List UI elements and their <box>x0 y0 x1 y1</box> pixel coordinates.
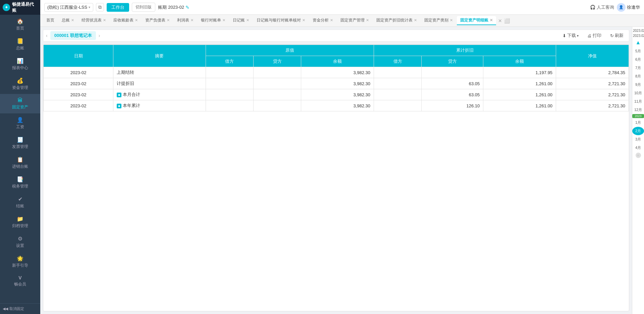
tab-ledger-close[interactable]: ✕ <box>71 18 74 22</box>
cell-orig-balance: 3,982.30 <box>301 78 374 89</box>
tab-fixed-category-close[interactable]: ✕ <box>450 18 453 22</box>
tab-journal-label: 日记账 <box>233 17 245 23</box>
tab-journal[interactable]: 日记账 ✕ <box>229 16 253 25</box>
row-tag: ■ <box>117 93 121 97</box>
sidebar-item-archive[interactable]: 📁 归档管理 <box>0 212 40 232</box>
sidebar-item-label: 税务管理 <box>12 184 28 189</box>
tab-reconcile-close[interactable]: ✕ <box>302 18 305 22</box>
cal-month-11[interactable]: 11月 <box>632 97 644 106</box>
tab-home-label: 首页 <box>46 17 54 23</box>
tab-fixed-mgmt[interactable]: 固定资产管理 ✕ <box>337 16 372 25</box>
archive-icon: 📁 <box>17 216 23 222</box>
cal-top-date-1: 2023.02 <box>632 28 644 33</box>
calendar-icon[interactable]: ✎ <box>185 5 190 10</box>
tab-bank[interactable]: 银行对账单 ✕ <box>198 16 229 25</box>
sidebar-item-sales[interactable]: 📋 进销台账 <box>0 153 40 173</box>
cal-month-7[interactable]: 7月 <box>632 64 644 72</box>
user-menu[interactable]: 👤 徐逢华 <box>617 3 640 12</box>
sidebar-item-label: 结账 <box>16 203 24 209</box>
cell-orig-credit <box>253 100 301 111</box>
tab-business-close[interactable]: ✕ <box>103 18 106 22</box>
headset-icon: 🎧 <box>590 5 595 10</box>
sidebar-item-report[interactable]: 📊 报表中心 <box>0 54 40 74</box>
cal-month-10[interactable]: 10月 <box>632 89 644 97</box>
cal-top-date-2: 2023.02 <box>632 33 644 38</box>
sidebar-logo-text: 畅捷通易代账 <box>12 1 38 13</box>
cal-month-2[interactable]: 2月 <box>632 127 644 135</box>
tab-fund-analysis-close[interactable]: ✕ <box>330 18 333 22</box>
tab-fixed-mgmt-close[interactable]: ✕ <box>366 18 369 22</box>
refresh-button[interactable]: ↻ 刷新 <box>607 32 626 40</box>
cell-orig-debit <box>206 100 253 111</box>
tab-fixed-depreciation-close[interactable]: ✕ <box>414 18 417 22</box>
tab-profit[interactable]: 利润表 ✕ <box>174 16 197 25</box>
sidebar-item-tax[interactable]: 📑 税务管理 <box>0 173 40 193</box>
tab-fixed-depreciation[interactable]: 固定资产折旧统计表 ✕ <box>373 16 420 25</box>
tab-reconcile[interactable]: 日记账与银行对账单核对 ✕ <box>253 16 309 25</box>
sidebar-item-member[interactable]: V 畅会员 <box>0 272 40 291</box>
sidebar-pin-toggle[interactable]: ◀◀ 取消固定 <box>0 303 40 314</box>
tab-assets[interactable]: 资产负债表 ✕ <box>142 16 173 25</box>
tab-bar-maximize[interactable]: ⬜ <box>504 18 510 23</box>
cal-month-6[interactable]: 6月 <box>632 55 644 64</box>
cal-up-button[interactable]: ▲ <box>634 38 642 47</box>
tab-fixed-category[interactable]: 固定资产类别 ✕ <box>421 16 456 25</box>
period-text: 账期 <box>158 4 167 10</box>
cell-date: 2023-02 <box>44 67 113 78</box>
cell-acc-debit <box>374 67 422 78</box>
cal-month-9[interactable]: 9月 <box>632 81 644 89</box>
cell-orig-balance: 3,982.30 <box>301 100 374 111</box>
col-original: 原值 <box>206 45 374 56</box>
print-label: 打印 <box>593 33 601 39</box>
tab-bank-close[interactable]: ✕ <box>222 18 225 22</box>
tab-receivable[interactable]: 应收账龄表 ✕ <box>110 16 141 25</box>
sidebar-item-fund[interactable]: 💰 资金管理 <box>0 74 40 94</box>
subtab-actions: ⬇ 下载 ▾ 🖨 打印 ↻ 刷新 <box>560 32 626 40</box>
sidebar-item-home[interactable]: 🏠 首页 <box>0 15 40 35</box>
tab-receivable-close[interactable]: ✕ <box>135 18 138 22</box>
sidebar-item-salary[interactable]: 👤 工资 <box>0 113 40 133</box>
col-orig-credit: 贷方 <box>253 56 301 67</box>
workbench-button[interactable]: 工作台 <box>107 3 129 12</box>
subtab-next-arrow[interactable]: › <box>99 33 100 38</box>
tab-bar-close-all[interactable]: ✕ <box>498 18 502 23</box>
close-account-icon: ✔ <box>18 196 22 202</box>
col-orig-debit: 借方 <box>206 56 253 67</box>
tab-business-label: 经营状况表 <box>82 17 102 23</box>
sidebar-item-settings[interactable]: ⚙ 设置 <box>0 232 40 252</box>
tab-receivable-label: 应收账龄表 <box>113 17 133 23</box>
tab-assets-close[interactable]: ✕ <box>167 18 170 22</box>
tab-fund-analysis[interactable]: 资金分析 ✕ <box>309 16 336 25</box>
tab-home[interactable]: 首页 <box>43 16 58 25</box>
service-button[interactable]: 🎧 人工客询 <box>590 4 614 10</box>
download-button[interactable]: ⬇ 下载 ▾ <box>560 32 581 40</box>
tab-bank-label: 银行对账单 <box>201 17 221 23</box>
sidebar-item-fixed[interactable]: 🏛 固定资产 <box>0 94 40 113</box>
cal-month-5[interactable]: 5月 <box>632 47 644 55</box>
tab-profit-close[interactable]: ✕ <box>191 18 194 22</box>
cal-month-1[interactable]: 1月 <box>632 118 644 127</box>
fixed-asset-table: 日期 摘要 原值 累计折旧 净值 借方 贷方 余额 借方 贷方 余额 <box>43 44 629 311</box>
tab-ledger[interactable]: 总账 ✕ <box>58 16 77 25</box>
sidebar-item-ledger[interactable]: 📒 总账 <box>0 35 40 54</box>
tab-journal-close[interactable]: ✕ <box>246 18 249 22</box>
sidebar-item-guide[interactable]: 🌟 新手引导 <box>0 252 40 272</box>
company-selector[interactable]: (劲松) 江西服业-LSS ▾ <box>44 3 93 12</box>
tab-fixed-detail-close[interactable]: ✕ <box>490 18 493 22</box>
col-accumulated: 累计折旧 <box>374 45 556 56</box>
cal-scroll-indicator[interactable]: ○ <box>636 153 641 158</box>
print-button[interactable]: 🖨 打印 <box>585 32 604 40</box>
subtab-asset-item[interactable]: 000001 联想笔记本 <box>50 31 96 40</box>
copy-button[interactable]: ⧉ <box>96 3 104 11</box>
tab-fixed-detail[interactable]: 固定资产明细账 ✕ <box>457 16 496 25</box>
switch-version-button[interactable]: 切到旧版 <box>132 3 155 12</box>
subtab-prev-arrow[interactable]: ‹ <box>46 33 48 38</box>
sidebar-item-close[interactable]: ✔ 结账 <box>0 193 40 212</box>
cal-month-4[interactable]: 4月 <box>632 144 644 152</box>
tab-business[interactable]: 经营状况表 ✕ <box>78 16 109 25</box>
cal-month-12[interactable]: 12月 <box>632 106 644 114</box>
cell-acc-balance: 1,261.00 <box>483 78 556 89</box>
sidebar-item-invoice[interactable]: 🧾 发票管理 <box>0 133 40 153</box>
cal-month-8[interactable]: 8月 <box>632 72 644 81</box>
cal-month-3[interactable]: 3月 <box>632 135 644 144</box>
